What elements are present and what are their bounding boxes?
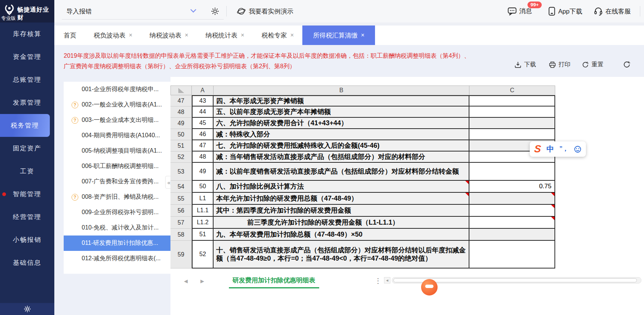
- topbar-divider: [226, 6, 227, 16]
- sidebar-item[interactable]: 小畅报销: [0, 228, 54, 251]
- comment-flag-icon: [465, 181, 469, 184]
- reset-button[interactable]: 重置: [582, 61, 604, 69]
- more-options-icon[interactable]: ⋮: [375, 277, 382, 285]
- ime-language-toggle[interactable]: 中: [547, 144, 554, 154]
- grid-row: 5349减：以前年度销售研发活动直接形成产品（包括组成部分）对应材料部分结转金额: [170, 163, 555, 181]
- corner-triangle-icon: [178, 88, 184, 93]
- report-list-item[interactable]: 012-减免所得税优惠明细表(...: [64, 251, 170, 266]
- cell-amount[interactable]: [469, 193, 555, 205]
- sogou-logo-icon[interactable]: S: [534, 143, 542, 155]
- sidebar-item[interactable]: 智能管理: [0, 183, 54, 206]
- report-list-item[interactable]: ?008-资产折旧、摊销及纳税...: [64, 189, 170, 205]
- sidebar-item[interactable]: 税务管理: [0, 114, 50, 137]
- tab-close-icon[interactable]: ×: [361, 32, 364, 39]
- floating-assistant-icon[interactable]: [421, 279, 438, 296]
- reset-refresh-icon: [582, 61, 589, 68]
- report-list-item[interactable]: 007-广告费和业务宣传费跨...: [64, 174, 170, 189]
- sidebar-settings-button[interactable]: [0, 303, 54, 315]
- grid-row: 5147七、允许扣除的研发费用抵减特殊收入后的金额(45-46): [170, 140, 555, 152]
- online-service-label: 在线客服: [605, 7, 631, 16]
- settings-gear-icon[interactable]: [211, 7, 219, 15]
- chanjet-logo-icon: [3, 3, 16, 16]
- messages-button[interactable]: 消息: [508, 7, 532, 15]
- report-list-item-label: 006-职工薪酬纳税调整明细...: [82, 162, 158, 170]
- sheet-tab[interactable]: 研发费用加计扣除优惠明细表: [223, 274, 325, 288]
- tab-close-icon[interactable]: ×: [129, 32, 132, 39]
- report-list-item[interactable]: ?003-一般企业成本支出明细...: [64, 112, 170, 128]
- row-header: 49: [170, 118, 192, 129]
- sheet-prev-icon[interactable]: ◀: [184, 278, 188, 284]
- report-list-item[interactable]: 006-职工薪酬纳税调整明细...: [64, 159, 170, 174]
- tab[interactable]: 首页: [55, 26, 85, 45]
- sidebar-item[interactable]: 固定资产: [0, 137, 54, 160]
- tab[interactable]: 所得税汇算清缴×: [302, 26, 375, 45]
- app-download-label: App下载: [558, 7, 582, 16]
- cell-amount[interactable]: [469, 129, 555, 140]
- sidebar-item[interactable]: 总账管理: [0, 68, 54, 91]
- report-list-item[interactable]: 009-企业所得税弥补亏损明...: [64, 205, 170, 220]
- report-list-item[interactable]: 010-免税、减计收入及加计...: [64, 220, 170, 236]
- tab-label: 首页: [64, 31, 76, 40]
- sidebar-item[interactable]: 发票管理: [0, 91, 54, 114]
- report-list-panel: 001-企业所得税年度纳税申...?002-一般企业收入明细表(A1...?00…: [64, 82, 170, 274]
- demo-link[interactable]: 我要看实例演示: [237, 7, 293, 16]
- ime-emoji-icon[interactable]: [574, 146, 581, 153]
- cell-amount[interactable]: [469, 229, 555, 241]
- cell-item-name: 五、以前年度形成无形资产本年摊销额: [214, 106, 469, 118]
- cell-amount[interactable]: [469, 217, 555, 229]
- report-list-item[interactable]: 011-研发费用加计扣除优惠...: [64, 236, 170, 251]
- cell-amount[interactable]: [469, 163, 555, 181]
- cell-amount[interactable]: [469, 95, 555, 106]
- report-list-item[interactable]: 001-企业所得税年度纳税申...: [64, 82, 170, 97]
- printer-icon: [549, 61, 556, 68]
- app-download-button[interactable]: App下载: [548, 7, 582, 16]
- scroll-left-icon[interactable]: ◄: [384, 277, 390, 284]
- sidebar-item[interactable]: 资金管理: [0, 45, 54, 68]
- sidebar-item-label: 资金管理: [13, 52, 42, 61]
- print-button[interactable]: 打印: [549, 61, 571, 69]
- sidebar-item[interactable]: 经营管理: [0, 206, 54, 228]
- brand-logo: 畅捷通好业财 专业版: [0, 0, 54, 22]
- report-list-item[interactable]: 004-期间费用明细表(A1040...: [64, 128, 170, 143]
- cell-amount[interactable]: 0.75: [469, 181, 555, 193]
- row-header: 53: [170, 163, 192, 181]
- sidebar-item-label: 工资: [20, 167, 34, 176]
- sheet-next-icon[interactable]: ▶: [200, 278, 204, 284]
- sidebar-item[interactable]: 库存核算: [0, 22, 54, 45]
- cell-line-number: 46: [192, 129, 214, 140]
- cell-line-number: 45: [192, 118, 214, 129]
- ime-punctuation-toggle[interactable]: ”，: [559, 145, 568, 153]
- cell-amount[interactable]: [469, 241, 555, 268]
- download-icon: [514, 61, 521, 68]
- select-all-corner[interactable]: [170, 86, 192, 95]
- spreadsheet-grid: ABC4743四、本年形成无形资产摊销额4844五、以前年度形成无形资产本年摊销…: [170, 86, 555, 268]
- tab-close-icon[interactable]: ×: [185, 32, 188, 39]
- cell-amount[interactable]: [469, 106, 555, 118]
- tab[interactable]: 税检专家×: [253, 26, 302, 45]
- cell-amount[interactable]: [469, 205, 555, 217]
- online-service-button[interactable]: 在线客服: [594, 7, 631, 16]
- row-header: 55: [170, 193, 192, 205]
- tab-close-icon[interactable]: ×: [290, 32, 294, 39]
- report-list-item[interactable]: 005-纳税调整项目明细表(A1...: [64, 143, 170, 159]
- row-header: 48: [170, 106, 192, 118]
- download-button[interactable]: 下载: [514, 61, 536, 69]
- sidebar-item-label: 总账管理: [13, 75, 42, 84]
- chevron-down-icon[interactable]: [190, 9, 197, 13]
- report-list-item[interactable]: ?002-一般企业收入明细表(A1...: [64, 97, 170, 112]
- message-bubble-icon: [508, 7, 517, 15]
- grid-row: 4743四、本年形成无形资产摊销额: [170, 95, 555, 106]
- refresh-button[interactable]: [623, 61, 631, 68]
- tab[interactable]: 纳税统计表×: [197, 26, 253, 45]
- cell-amount[interactable]: [469, 118, 555, 129]
- report-select-dropdown[interactable]: 导入报错: [62, 4, 224, 20]
- sidebar-item[interactable]: 基础信息: [0, 251, 54, 274]
- tab[interactable]: 纳税波动表×: [141, 26, 197, 45]
- tabs-top-strip: [54, 22, 644, 26]
- tab[interactable]: 税负波动表×: [85, 26, 141, 45]
- sidebar-item[interactable]: 工资: [0, 160, 54, 183]
- tab-label: 税负波动表: [94, 31, 126, 40]
- grid-row: 5952十、销售研发活动直接形成产品（包括组成部分）对应材料部分结转以后年度扣减…: [170, 241, 555, 268]
- grid-row: 55L1本年允许加计扣除的研发费用总额（47-48-49）: [170, 193, 555, 205]
- tab-close-icon[interactable]: ×: [241, 32, 244, 39]
